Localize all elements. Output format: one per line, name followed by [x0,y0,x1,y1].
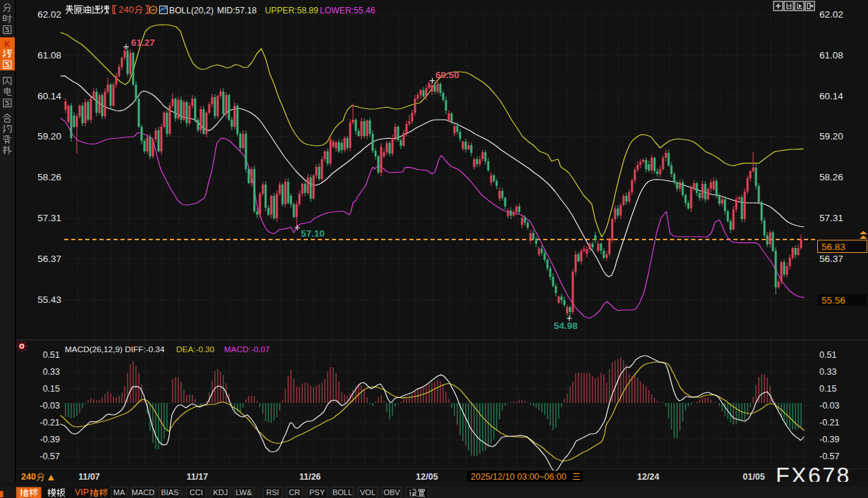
svg-text:58.26: 58.26 [37,172,61,182]
svg-text:11/07: 11/07 [78,472,100,482]
svg-text:LW&: LW& [235,488,252,497]
svg-text:60.50: 60.50 [435,70,459,80]
svg-text:2025/12/10 03:00~06:00: 2025/12/10 03:00~06:00 [471,472,566,482]
svg-text:DEA:-0.30: DEA:-0.30 [176,344,215,354]
svg-text:VIP: VIP [75,487,89,497]
svg-text:0.51: 0.51 [43,350,60,360]
svg-text:-0.39: -0.39 [819,435,840,444]
svg-text:59.20: 59.20 [37,131,61,142]
svg-text:240: 240 [21,472,36,482]
svg-text:61.27: 61.27 [131,37,155,48]
svg-text:0.15: 0.15 [819,384,836,394]
svg-text:62.02: 62.02 [819,9,843,20]
svg-text:MACD: MACD [132,488,154,497]
svg-text:12/05: 12/05 [416,472,438,482]
svg-text:56.83: 56.83 [822,242,845,252]
svg-text:56.37: 56.37 [819,254,843,264]
svg-text:RSI: RSI [266,488,279,497]
svg-text:-0.03: -0.03 [40,401,61,411]
svg-text:58.26: 58.26 [819,172,843,182]
svg-text:12/24: 12/24 [637,472,659,482]
svg-text:OBV: OBV [383,488,400,497]
svg-text:61.08: 61.08 [819,50,843,61]
svg-text:KDJ: KDJ [213,488,228,497]
svg-text:11/17: 11/17 [187,472,209,482]
svg-text:BIAS: BIAS [161,488,178,497]
svg-text:0.33: 0.33 [819,367,836,377]
svg-text:BOLL(20,2): BOLL(20,2) [169,6,213,15]
svg-text:62.02: 62.02 [37,9,61,20]
svg-text:MACD:-0.07: MACD:-0.07 [224,344,270,354]
svg-text:-0.21: -0.21 [819,418,840,428]
svg-text:61.08: 61.08 [37,50,61,61]
svg-text:CCI: CCI [190,488,203,497]
svg-text:-0.39: -0.39 [40,435,61,444]
svg-text:240: 240 [118,4,134,15]
svg-text:UPPER:58.89: UPPER:58.89 [265,6,318,15]
svg-text:PSY: PSY [309,488,326,497]
svg-text:55.43: 55.43 [37,294,61,305]
svg-text:01/05: 01/05 [743,472,764,482]
svg-text:-0.57: -0.57 [40,452,61,461]
svg-text:MID:57.18: MID:57.18 [217,6,256,15]
svg-text:-0.57: -0.57 [819,452,840,461]
svg-text:MACD(26,12,9) DIFF:-0.34: MACD(26,12,9) DIFF:-0.34 [65,344,165,354]
svg-text:K: K [4,39,11,49]
svg-text:-0.03: -0.03 [819,401,840,411]
svg-text:0.33: 0.33 [43,367,60,377]
svg-text:57.10: 57.10 [301,228,325,239]
svg-text:VOL: VOL [360,488,376,497]
svg-text:CR: CR [289,488,300,497]
svg-text:LOWER:55.46: LOWER:55.46 [320,6,376,15]
svg-text:11/26: 11/26 [299,472,321,482]
svg-text:55.56: 55.56 [822,295,845,306]
svg-text:57.31: 57.31 [37,213,61,223]
svg-text:59.20: 59.20 [819,131,843,142]
svg-text:BOLL: BOLL [333,488,352,497]
svg-text:54.98: 54.98 [554,320,578,331]
svg-text:60.14: 60.14 [37,91,61,101]
svg-text:0.15: 0.15 [43,384,60,394]
svg-text:0.51: 0.51 [819,350,836,360]
svg-text:60.14: 60.14 [819,91,843,101]
svg-text:-0.21: -0.21 [40,418,61,428]
svg-text:57.31: 57.31 [819,213,843,223]
svg-text:56.37: 56.37 [37,254,61,264]
svg-text:MA: MA [113,488,125,497]
